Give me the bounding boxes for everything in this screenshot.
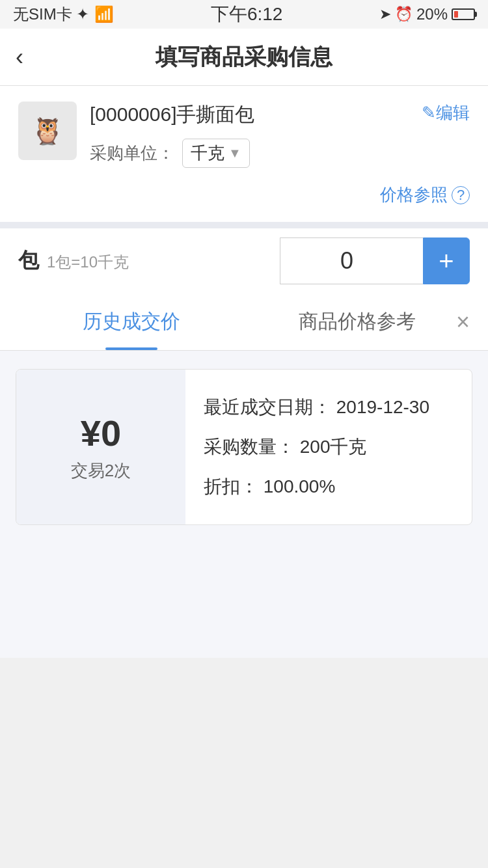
unit-label: 采购单位：	[90, 142, 174, 165]
panel-background: 历史成交价 商品价格参考 × ¥0 交易2次 最近成交日期： 2019-12-3…	[0, 293, 488, 658]
location-icon: ➤	[379, 6, 391, 23]
card-container: ¥0 交易2次 最近成交日期： 2019-12-30 采购数量： 200千克 折…	[0, 351, 488, 543]
wifi-icon: 📶	[94, 5, 114, 23]
edit-button[interactable]: ✎编辑	[422, 102, 470, 124]
product-section: 🦉 [0000006]手撕面包 采购单位： 千克 ▼ ✎编辑 价格参照 ?	[0, 86, 488, 222]
discount-label: 折扣：	[204, 476, 258, 496]
recent-date-value: 2019-12-30	[336, 397, 429, 417]
tab-product-price-label: 商品价格参考	[299, 308, 416, 335]
price-value: 0	[101, 413, 121, 454]
price-symbol: ¥	[81, 413, 101, 454]
price-amount: ¥0	[81, 412, 121, 454]
price-ref-button[interactable]: 价格参照 ?	[380, 183, 470, 206]
battery-icon	[452, 8, 475, 20]
section-separator	[0, 222, 488, 228]
trade-count: 交易2次	[71, 459, 131, 482]
product-name: [0000006]手撕面包	[90, 102, 422, 128]
product-image-icon: 🦉	[31, 116, 64, 146]
product-header: 🦉 [0000006]手撕面包 采购单位： 千克 ▼ ✎编辑	[18, 102, 470, 168]
tab-active-indicator	[105, 347, 157, 350]
discount-value: 100.00%	[264, 476, 336, 496]
back-button[interactable]: ‹	[16, 44, 23, 71]
status-time: 下午6:12	[211, 2, 283, 27]
recent-date-row: 最近成交日期： 2019-12-30	[204, 393, 454, 422]
quantity-row: 包 1包=10千克 +	[0, 228, 488, 293]
tab-close-button[interactable]: ×	[456, 308, 470, 336]
tab-product-price-ref[interactable]: 商品价格参考	[244, 293, 470, 350]
nav-bar: ‹ 填写商品采购信息	[0, 29, 488, 86]
quantity-input[interactable]	[280, 237, 423, 284]
qty-value: 200千克	[300, 437, 367, 457]
qty-label: 采购数量：	[204, 437, 295, 457]
quantity-row-detail: 采购数量： 200千克	[204, 433, 454, 462]
quantity-unit-name: 包	[18, 247, 39, 275]
tab-history-price[interactable]: 历史成交价	[18, 293, 244, 350]
quantity-unit-desc: 1包=10千克	[47, 252, 129, 273]
recent-date-label: 最近成交日期：	[204, 397, 331, 417]
product-left: 🦉 [0000006]手撕面包 采购单位： 千克 ▼	[18, 102, 422, 168]
product-info: [0000006]手撕面包 采购单位： 千克 ▼	[90, 102, 422, 168]
alarm-icon: ⏰	[395, 6, 413, 23]
card-left: ¥0 交易2次	[16, 370, 185, 524]
unit-select[interactable]: 千克 ▼	[182, 139, 250, 168]
card-right: 最近成交日期： 2019-12-30 采购数量： 200千克 折扣： 100.0…	[185, 370, 472, 524]
status-right: ➤ ⏰ 20%	[379, 5, 475, 23]
product-unit-row: 采购单位： 千克 ▼	[90, 139, 422, 168]
discount-row: 折扣： 100.00%	[204, 472, 454, 502]
price-ref-label: 价格参照	[380, 183, 448, 206]
price-ref-row: 价格参照 ?	[18, 173, 470, 206]
tab-history-label: 历史成交价	[83, 308, 180, 335]
tab-bar: 历史成交价 商品价格参考 ×	[0, 293, 488, 351]
quantity-input-area: +	[280, 237, 470, 284]
chevron-down-icon: ▼	[228, 146, 241, 161]
quantity-plus-button[interactable]: +	[423, 237, 470, 284]
status-left: 无SIM卡 ✦ 📶	[13, 4, 114, 25]
battery-percent: 20%	[416, 5, 448, 23]
page-title: 填写商品采购信息	[156, 42, 332, 72]
product-thumbnail: 🦉	[18, 102, 77, 160]
help-icon: ?	[452, 186, 470, 204]
status-bar: 无SIM卡 ✦ 📶 下午6:12 ➤ ⏰ 20%	[0, 0, 488, 29]
carrier-text: 无SIM卡 ✦	[13, 4, 89, 25]
unit-value: 千克	[191, 142, 224, 165]
price-card: ¥0 交易2次 最近成交日期： 2019-12-30 采购数量： 200千克 折…	[16, 369, 472, 525]
quantity-left: 包 1包=10千克	[18, 247, 129, 275]
